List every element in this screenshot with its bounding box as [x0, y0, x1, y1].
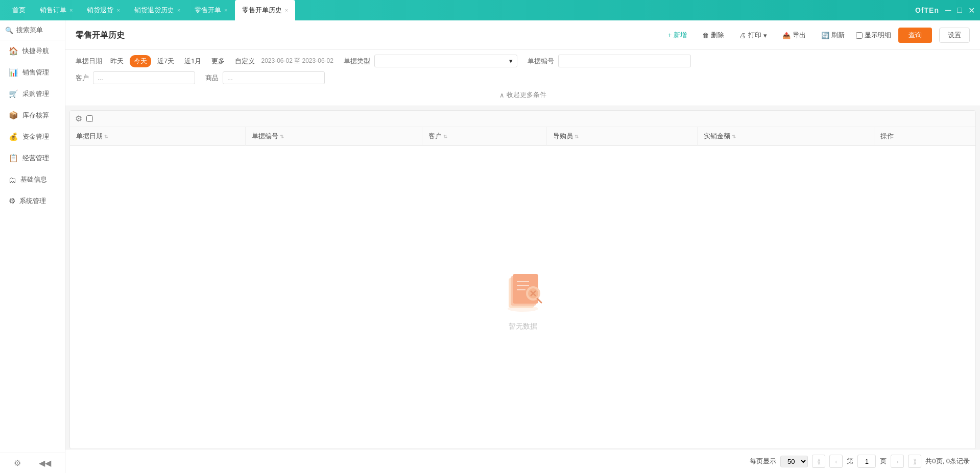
- minimize-btn[interactable]: ─: [945, 6, 951, 15]
- col-导购员[interactable]: 导购员⇅: [547, 127, 698, 146]
- tab-close-icon[interactable]: ×: [224, 7, 227, 13]
- date-range-text: 2023-06-02 至 2023-06-02: [261, 57, 333, 65]
- page-title: 零售开单历史: [76, 30, 125, 41]
- maximize-btn[interactable]: □: [957, 6, 962, 15]
- col-操作: 操作: [874, 127, 975, 146]
- settings-button[interactable]: 设置: [939, 28, 970, 43]
- top-tab-销货退货历史[interactable]: 销货退货历史×: [127, 0, 187, 20]
- show-detail-label: 显示明细: [865, 31, 891, 40]
- empty-illustration: [497, 264, 548, 315]
- top-tabs: 首页销售订单×销货退货×销货退货历史×零售开单×零售开单历史×: [5, 0, 915, 20]
- product-input[interactable]: ...: [223, 71, 325, 84]
- top-tab-零售开单历史[interactable]: 零售开单历史×: [235, 0, 295, 20]
- sort-icon: ⇅: [732, 134, 736, 139]
- first-page-btn[interactable]: ⟪: [812, 455, 825, 468]
- chevron-down-icon: ▾: [509, 57, 513, 65]
- page-word-pre: 第: [847, 457, 853, 466]
- customer-input[interactable]: ...: [93, 71, 195, 84]
- date-btn-更多[interactable]: 更多: [207, 55, 229, 67]
- add-button[interactable]: + 新增: [664, 29, 691, 42]
- table-toolbar: ⚙: [70, 111, 975, 127]
- sidebar-item-采购管理[interactable]: 🛒采购管理: [0, 83, 65, 105]
- page-word: 页: [880, 457, 887, 466]
- tab-close-icon[interactable]: ×: [69, 7, 73, 13]
- col-单据编号[interactable]: 单据编号⇅: [246, 127, 422, 146]
- top-tab-零售开单[interactable]: 零售开单×: [187, 0, 234, 20]
- collapse-button[interactable]: ∧ 收起更多条件: [76, 88, 970, 103]
- sidebar-item-label: 采购管理: [22, 89, 49, 98]
- sidebar-search[interactable]: 🔍 搜索菜单: [0, 20, 65, 40]
- delete-button[interactable]: 🗑 删除: [698, 29, 728, 42]
- export-button[interactable]: 📤 导出: [778, 29, 810, 42]
- sidebar-item-资金管理[interactable]: 💰资金管理: [0, 126, 65, 147]
- tab-close-icon[interactable]: ×: [116, 7, 119, 13]
- collapse-icon: ∧: [499, 91, 505, 99]
- sidebar-item-销售管理[interactable]: 📊销售管理: [0, 62, 65, 83]
- date-btn-今天[interactable]: 今天: [130, 55, 151, 67]
- page-size-label: 每页显示: [750, 457, 776, 466]
- print-button[interactable]: 🖨 打印 ▾: [735, 29, 771, 42]
- sidebar-item-label: 经营管理: [22, 154, 49, 163]
- search-icon: 🔍: [5, 27, 13, 34]
- close-btn[interactable]: ✕: [968, 6, 975, 15]
- filter-area: 单据日期 昨天今天近7天近1月更多自定义2023-06-02 至 2023-06…: [65, 49, 980, 106]
- sidebar-item-基础信息[interactable]: 🗂基础信息: [0, 169, 65, 190]
- page-size-select[interactable]: 50 20 100: [780, 456, 808, 467]
- col-单据日期[interactable]: 单据日期⇅: [70, 127, 246, 146]
- export-icon: 📤: [782, 32, 791, 39]
- sidebar-item-快捷导航[interactable]: 🏠快捷导航: [0, 40, 65, 62]
- toolbar: + 新增 🗑 删除 🖨 打印 ▾ 📤 导出 🔄: [664, 28, 970, 43]
- type-select[interactable]: ▾: [374, 55, 517, 67]
- next-page-btn[interactable]: ›: [891, 455, 904, 468]
- settings-icon[interactable]: ⚙: [14, 458, 21, 468]
- collapse-label: 收起更多条件: [507, 90, 546, 99]
- top-bar-right: OfTEn ─ □ ✕: [915, 6, 975, 15]
- top-tab-销货退货[interactable]: 销货退货×: [80, 0, 127, 20]
- sort-icon: ⇅: [443, 134, 447, 139]
- top-tab-首页[interactable]: 首页: [5, 0, 33, 20]
- number-filter-group: 单据编号: [528, 55, 691, 67]
- date-btn-自定义[interactable]: 自定义: [231, 55, 259, 67]
- date-btn-昨天[interactable]: 昨天: [106, 55, 128, 67]
- tab-close-icon[interactable]: ×: [177, 7, 180, 13]
- tab-close-icon[interactable]: ×: [285, 7, 288, 13]
- sidebar-icon: 🏠: [9, 46, 18, 56]
- page-number-input[interactable]: [857, 455, 876, 468]
- customer-label: 客户: [76, 73, 89, 83]
- show-detail-checkbox[interactable]: 显示明细: [856, 31, 891, 40]
- customer-filter-group: 客户 ...: [76, 71, 195, 84]
- table-area: ⚙ 单据日期⇅单据编号⇅客户⇅导购员⇅实销金额⇅操作: [69, 110, 976, 449]
- sidebar-icon: 🗂: [9, 176, 16, 184]
- collapse-sidebar-icon[interactable]: ◀◀: [39, 458, 51, 468]
- show-detail-input[interactable]: [856, 32, 863, 39]
- table-settings-icon[interactable]: ⚙: [75, 114, 82, 123]
- content-area: 零售开单历史 + 新增 🗑 删除 🖨 打印 ▾ 📤 导出: [65, 20, 980, 473]
- sidebar-item-label: 基础信息: [20, 175, 47, 184]
- number-input[interactable]: [558, 55, 691, 67]
- select-all-checkbox[interactable]: [86, 115, 93, 122]
- date-btn-近1月[interactable]: 近1月: [180, 55, 205, 67]
- sidebar-item-系统管理[interactable]: ⚙系统管理: [0, 190, 65, 212]
- date-filter-group: 单据日期 昨天今天近7天近1月更多自定义2023-06-02 至 2023-06…: [76, 55, 333, 67]
- print-icon: 🖨: [739, 32, 746, 39]
- pagination-bar: 每页显示 50 20 100 ⟪ ‹ 第 页 › ⟫ 共0页, 0条记录: [65, 449, 980, 473]
- query-button[interactable]: 查询: [898, 28, 932, 43]
- sidebar-item-label: 库存核算: [22, 111, 49, 120]
- last-page-btn[interactable]: ⟫: [908, 455, 921, 468]
- sort-icon: ⇅: [280, 134, 284, 139]
- sidebar-item-label: 系统管理: [19, 196, 46, 206]
- number-label: 单据编号: [528, 57, 554, 66]
- total-text: 共0页, 0条记录: [925, 457, 970, 466]
- sidebar-item-经营管理[interactable]: 📋经营管理: [0, 147, 65, 169]
- date-btn-近7天[interactable]: 近7天: [153, 55, 178, 67]
- sidebar-icon: 📊: [9, 68, 18, 77]
- prev-page-btn[interactable]: ‹: [829, 455, 843, 468]
- refresh-button[interactable]: 🔄 刷新: [817, 29, 849, 42]
- empty-area: 暂无数据: [70, 146, 975, 449]
- top-tab-销售订单[interactable]: 销售订单×: [33, 0, 80, 20]
- sidebar-item-库存核算[interactable]: 📦库存核算: [0, 105, 65, 126]
- col-客户[interactable]: 客户⇅: [422, 127, 547, 146]
- sidebar-icon: 🛒: [9, 89, 18, 98]
- sidebar-bottom: ⚙ ◀◀: [0, 453, 65, 473]
- col-实销金额[interactable]: 实销金额⇅: [698, 127, 874, 146]
